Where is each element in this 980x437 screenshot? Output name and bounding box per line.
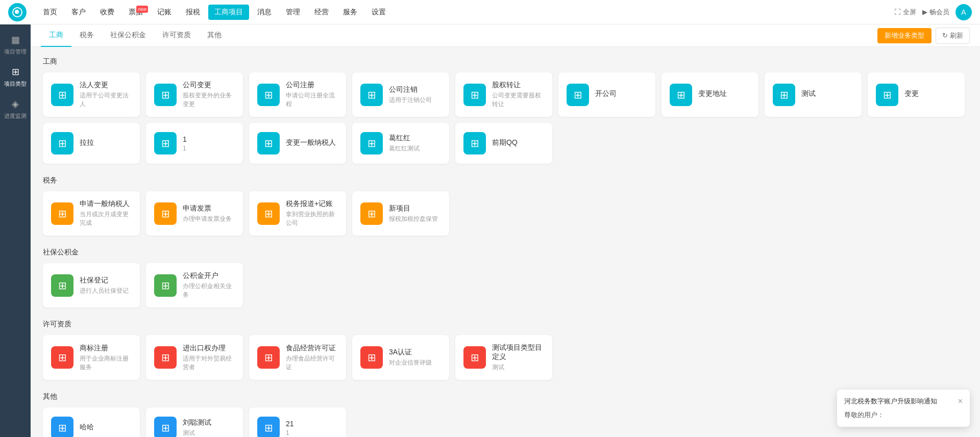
nav-item-报税[interactable]: 报税 bbox=[180, 5, 206, 20]
card-desc: 测试 bbox=[183, 429, 211, 437]
card-变更[interactable]: ⊞变更 bbox=[868, 72, 965, 117]
card-text: 哈哈 bbox=[80, 423, 94, 433]
card-desc: 1 bbox=[286, 429, 294, 436]
tab-bar: 工商税务社保公积金许可资质其他新增业务类型↻ 刷新 bbox=[31, 24, 980, 47]
sidebar-item-进度监测[interactable]: ◈进度监测 bbox=[0, 93, 31, 125]
card-name: 3A认证 bbox=[389, 348, 432, 357]
card-name: 21 bbox=[286, 420, 294, 428]
card-text: 社保登记进行人员社保登记 bbox=[80, 276, 129, 295]
card-申请发票[interactable]: ⊞申请发票办理申请发票业务 bbox=[146, 191, 243, 236]
card-申请一般纳税人[interactable]: ⊞申请一般纳税人当月或次月成变更完成 bbox=[43, 191, 140, 236]
card-name: 1 bbox=[183, 135, 187, 143]
section-gongshang: 工商⊞法人变更适用于公司变更法人⊞公司变更股权变更外的业务变更⊞公司注册申请公司… bbox=[43, 57, 968, 164]
card-税务报道+记账[interactable]: ⊞税务报道+记账拿到营业执照的新公司 bbox=[249, 191, 346, 236]
member-icon: ▶ bbox=[922, 8, 927, 16]
card-公司变更[interactable]: ⊞公司变更股权变更外的业务变更 bbox=[146, 72, 243, 117]
nav-item-首页[interactable]: 首页 bbox=[37, 5, 63, 20]
nav-item-记账[interactable]: 记账 bbox=[151, 5, 178, 20]
card-icon: ⊞ bbox=[51, 274, 74, 297]
card-变更地址[interactable]: ⊞变更地址 bbox=[662, 72, 758, 117]
card-name: 变更地址 bbox=[698, 89, 727, 98]
nav-item-消息[interactable]: 消息 bbox=[251, 5, 278, 20]
card-icon: ⊞ bbox=[360, 346, 383, 369]
nav-item-收费[interactable]: 收费 bbox=[94, 5, 120, 20]
card-1[interactable]: ⊞11 bbox=[146, 123, 243, 164]
card-name: 变更一般纳税人 bbox=[286, 138, 336, 147]
card-测试[interactable]: ⊞测试 bbox=[765, 72, 862, 117]
sidebar-item-项目类型[interactable]: ⊞项目类型 bbox=[0, 61, 31, 93]
card-哈哈[interactable]: ⊞哈哈 bbox=[43, 407, 140, 437]
nav-right: ⛶ 全屏 ▶ 畅会员 A bbox=[894, 4, 972, 20]
card-text: 公司变更股权变更外的业务变更 bbox=[183, 81, 235, 109]
card-name: 公司注销 bbox=[389, 85, 432, 94]
card-公司注销[interactable]: ⊞公司注销适用于注销公司 bbox=[352, 72, 449, 117]
member-btn[interactable]: ▶ 畅会员 bbox=[922, 8, 949, 17]
tab-其他[interactable]: 其他 bbox=[199, 24, 230, 47]
card-text: 3A认证对企业信誉评级 bbox=[389, 348, 432, 367]
card-desc: 适用于对外贸易经营者 bbox=[183, 354, 235, 372]
tab-工商[interactable]: 工商 bbox=[41, 24, 71, 47]
tab-社保公积金[interactable]: 社保公积金 bbox=[102, 24, 154, 47]
card-拉拉[interactable]: ⊞拉拉 bbox=[43, 123, 140, 164]
card-变更一般纳税人[interactable]: ⊞变更一般纳税人 bbox=[249, 123, 346, 164]
card-公司注册[interactable]: ⊞公司注册申请公司注册全流程 bbox=[249, 72, 346, 117]
card-股权转让[interactable]: ⊞股权转让公司变更需要股权转让 bbox=[455, 72, 552, 117]
notif-header: 河北税务数字账户升级影响通知 × bbox=[844, 397, 963, 406]
fullscreen-icon: ⛶ bbox=[894, 8, 901, 16]
card-新项目[interactable]: ⊞新项目报税加税控盘保管 bbox=[352, 191, 449, 236]
card-desc: 申请公司注册全流程 bbox=[286, 91, 338, 109]
section-qita: 其他⊞哈哈⊞刘聪测试测试⊞211 bbox=[43, 392, 968, 437]
card-刘聪测试[interactable]: ⊞刘聪测试测试 bbox=[146, 407, 243, 437]
card-text: 公司注销适用于注销公司 bbox=[389, 85, 432, 105]
card-desc: 用于企业商标注册服务 bbox=[80, 354, 132, 372]
card-icon: ⊞ bbox=[51, 84, 74, 106]
section-title-xuke: 许可资质 bbox=[43, 320, 968, 329]
tab-许可资质[interactable]: 许可资质 bbox=[154, 24, 199, 47]
nav-item-设置[interactable]: 设置 bbox=[365, 5, 392, 20]
card-测试项目类型目定义[interactable]: ⊞测试项目类型目定义测试 bbox=[455, 335, 552, 380]
card-name: 申请发票 bbox=[183, 204, 232, 213]
nav-item-服务[interactable]: 服务 bbox=[337, 5, 363, 20]
card-进出口权办理[interactable]: ⊞进出口权办理适用于对外贸易经营者 bbox=[146, 335, 243, 380]
card-name: 税务报道+记账 bbox=[286, 199, 338, 209]
fullscreen-btn[interactable]: ⛶ 全屏 bbox=[894, 8, 916, 17]
new-type-button[interactable]: 新增业务类型 bbox=[877, 28, 932, 43]
card-开公司[interactable]: ⊞开公司 bbox=[558, 72, 655, 117]
card-name: 葛红红 bbox=[389, 134, 420, 143]
notif-body: 尊敬的用户： bbox=[844, 410, 963, 420]
card-商标注册[interactable]: ⊞商标注册用于企业商标注册服务 bbox=[43, 335, 140, 380]
nav-item-管理[interactable]: 管理 bbox=[280, 5, 306, 20]
avatar[interactable]: A bbox=[955, 4, 972, 20]
card-法人变更[interactable]: ⊞法人变更适用于公司变更法人 bbox=[43, 72, 140, 117]
card-icon: ⊞ bbox=[567, 84, 589, 106]
card-公积金开户[interactable]: ⊞公积金开户办理公积金相关业务 bbox=[146, 263, 243, 307]
card-3A认证[interactable]: ⊞3A认证对企业信誉评级 bbox=[352, 335, 449, 380]
nav-item-票据[interactable]: 票据new bbox=[122, 5, 149, 20]
card-desc: 拿到营业执照的新公司 bbox=[286, 210, 338, 227]
card-text: 变更一般纳税人 bbox=[286, 138, 336, 149]
section-xuke: 许可资质⊞商标注册用于企业商标注册服务⊞进出口权办理适用于对外贸易经营者⊞食品经… bbox=[43, 320, 968, 380]
card-前期QQ[interactable]: ⊞前期QQ bbox=[455, 123, 552, 164]
nav-item-经营[interactable]: 经营 bbox=[308, 5, 335, 20]
sidebar-item-项目管理[interactable]: ▦项目管理 bbox=[0, 29, 31, 61]
logo[interactable] bbox=[8, 3, 27, 21]
card-社保登记[interactable]: ⊞社保登记进行人员社保登记 bbox=[43, 263, 140, 307]
card-desc: 适用于公司变更法人 bbox=[80, 91, 132, 109]
notif-title: 河北税务数字账户升级影响通知 bbox=[844, 397, 937, 406]
card-text: 食品经营许可证办理食品经营许可证 bbox=[286, 344, 338, 372]
card-葛红红[interactable]: ⊞葛红红葛红红测试 bbox=[352, 123, 449, 164]
card-name: 变更 bbox=[904, 89, 919, 98]
nav-item-工商项目[interactable]: 工商项目 bbox=[208, 5, 249, 20]
tab-税务[interactable]: 税务 bbox=[71, 24, 102, 47]
card-desc: 当月或次月成变更完成 bbox=[80, 210, 132, 227]
card-name: 测试 bbox=[801, 89, 816, 98]
card-21[interactable]: ⊞211 bbox=[249, 407, 346, 437]
refresh-button[interactable]: ↻ 刷新 bbox=[936, 28, 970, 44]
section-title-gongshang: 工商 bbox=[43, 57, 968, 66]
sidebar-icon: ◈ bbox=[9, 98, 21, 110]
nav-item-客户[interactable]: 客户 bbox=[65, 5, 92, 20]
card-icon: ⊞ bbox=[360, 202, 383, 225]
notif-close-icon[interactable]: × bbox=[958, 397, 963, 406]
card-icon: ⊞ bbox=[360, 132, 383, 155]
card-食品经营许可证[interactable]: ⊞食品经营许可证办理食品经营许可证 bbox=[249, 335, 346, 380]
